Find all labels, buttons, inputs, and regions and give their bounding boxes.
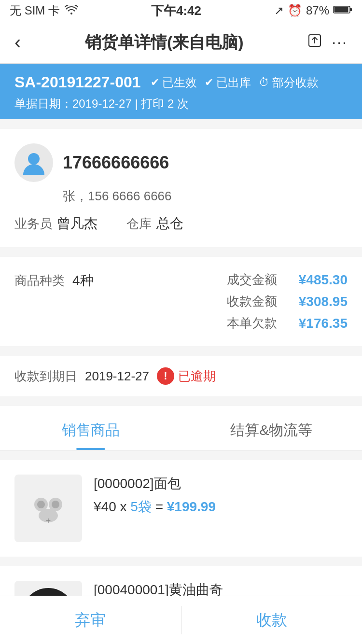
status-left: 无 SIM 卡 [10,3,78,18]
no-sim-text: 无 SIM 卡 [10,3,60,18]
status-time: 下午4:42 [151,2,201,19]
stats-right: 成交金额 ¥485.30 收款金额 ¥308.95 本单欠款 ¥176.35 [227,271,348,332]
tab-settlement[interactable]: 结算&物流等 [181,406,362,450]
clock-icon: ⏱ [259,76,269,89]
table-row: + [0000002]面包 ¥40 x 5袋 = ¥199.99 [0,460,362,557]
page-title: 销货单详情(来自电脑) [85,31,244,54]
deal-amount-row: 成交金额 ¥485.30 [227,271,348,288]
svg-point-4 [28,153,40,165]
type-value: 4种 [72,271,94,290]
staff-info: 业务员 曾凡杰 [14,214,97,233]
wifi-icon [65,4,78,17]
svg-rect-1 [350,8,352,11]
location-icon: ↗ [274,4,284,17]
confirm-button[interactable]: 收款 [181,596,362,644]
warehouse-info: 仓库 总仓 [126,214,183,233]
debt-amount-row: 本单欠款 ¥176.35 [227,315,348,332]
type-label: 商品种类 [14,272,65,289]
product-thumb-1: + [14,475,82,542]
badge-partial: ⏱ 部分收款 [259,75,319,90]
badge-effective: ✔ 已生效 [151,75,197,90]
customer-info-row: 业务员 曾凡杰 仓库 总仓 [14,214,348,233]
svg-point-8 [52,501,59,508]
overdue-badge: ! 已逾期 [157,367,216,385]
product-info-1: [0000002]面包 ¥40 x 5袋 = ¥199.99 [94,475,348,516]
customer-section: 17666666666 张，156 6666 6666 业务员 曾凡杰 仓库 总… [0,129,362,247]
due-date: 2019-12-27 [85,369,149,384]
nav-left: ‹ [14,31,21,53]
due-label: 收款到期日 [14,368,77,385]
check-icon-2: ✔ [205,76,213,89]
status-right: ↗ ⏰ 87% [274,4,352,17]
stats-left: 商品种类 4种 [14,271,227,290]
overdue-text: 已逾期 [178,368,216,385]
cancel-button[interactable]: 弃审 [0,596,181,644]
status-badges: ✔ 已生效 ✔ 已出库 ⏱ 部分收款 [151,75,319,90]
due-section: 收款到期日 2019-12-27 ! 已逾期 [0,356,362,396]
overdue-icon: ! [157,367,174,385]
battery-icon [333,4,352,17]
alarm-icon: ⏰ [288,4,302,17]
svg-rect-2 [334,7,348,13]
badge-shipped: ✔ 已出库 [205,75,251,90]
svg-text:+: + [46,516,51,526]
nav-right: ··· [307,33,348,51]
tabs-section: 销售商品 结算&物流等 [0,406,362,450]
bottom-bar: 弃审 收款 [0,596,362,644]
tab-products[interactable]: 销售商品 [0,406,181,450]
nav-bar: ‹ 销货单详情(来自电脑) ··· [0,21,362,64]
product-name-1: [0000002]面包 [94,475,348,493]
tabs-row: 销售商品 结算&物流等 [0,406,362,450]
stats-section: 商品种类 4种 成交金额 ¥485.30 收款金额 ¥308.95 本单欠款 ¥… [0,257,362,346]
more-icon[interactable]: ··· [332,33,348,51]
svg-point-7 [37,501,45,508]
avatar [14,143,53,182]
header-banner: SA-20191227-001 ✔ 已生效 ✔ 已出库 ⏱ 部分收款 单据日期：… [0,64,362,119]
check-icon-1: ✔ [151,76,159,89]
status-bar: 无 SIM 卡 下午4:42 ↗ ⏰ 87% [0,0,362,21]
share-icon[interactable] [307,33,322,51]
received-amount-row: 收款金额 ¥308.95 [227,293,348,310]
customer-name-phone: 张，156 6666 6666 [14,188,348,205]
back-button[interactable]: ‹ [14,31,21,53]
product-price-row-1: ¥40 x 5袋 = ¥199.99 [94,498,348,516]
customer-phone: 17666666666 [63,153,169,173]
banner-date: 单据日期：2019-12-27 | 打印 2 次 [14,96,348,112]
order-id: SA-20191227-001 [14,73,141,91]
battery-text: 87% [306,4,329,17]
